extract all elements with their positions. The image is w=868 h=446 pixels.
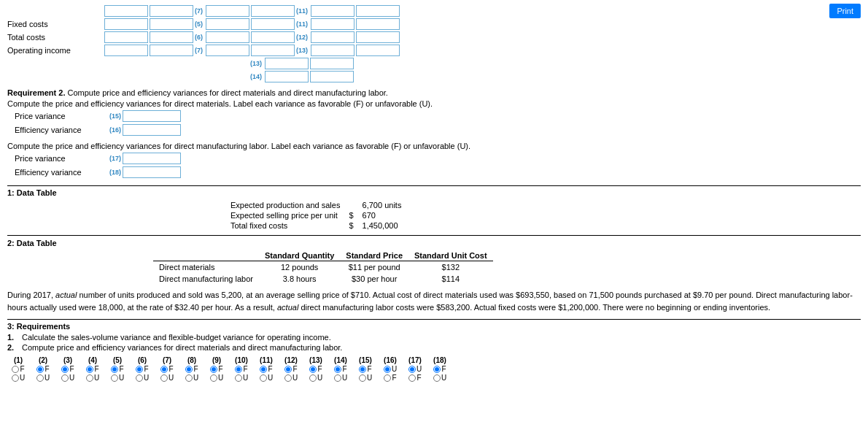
radio-18-u-input[interactable]	[433, 374, 441, 382]
radio-5-u-input[interactable]	[111, 374, 118, 382]
radio-4-f[interactable]: F	[86, 365, 98, 373]
radio-17-f[interactable]: F	[408, 374, 421, 382]
radio-10-f-input[interactable]	[235, 366, 242, 373]
radio-15-u-input[interactable]	[359, 374, 366, 382]
radio-16-f-input[interactable]	[384, 374, 391, 382]
dml-efficiency-variance-input[interactable]	[123, 166, 181, 178]
radio-13-f[interactable]: F	[309, 365, 322, 373]
radio-3-f-input[interactable]	[61, 366, 69, 373]
radio-6-u[interactable]: U	[136, 374, 149, 382]
radio-7-u[interactable]: U	[160, 374, 174, 382]
radio-17-u[interactable]: U	[408, 365, 422, 373]
input-oi-2[interactable]	[150, 45, 193, 56]
radio-6-f[interactable]: F	[136, 365, 148, 373]
input-dml-3[interactable]	[206, 5, 249, 17]
radio-7-u-input[interactable]	[160, 374, 168, 382]
radio-9-f-input[interactable]	[210, 366, 217, 373]
print-button[interactable]: Print	[829, 4, 861, 18]
input-tc-2[interactable]	[150, 31, 193, 43]
radio-4-f-input[interactable]	[86, 366, 93, 373]
radio-5-f-input[interactable]	[111, 366, 118, 373]
radio-3-u[interactable]: U	[61, 374, 74, 382]
radio-1-f[interactable]: F	[12, 365, 24, 373]
input-oi-4[interactable]	[251, 45, 295, 56]
radio-11-u-input[interactable]	[260, 374, 267, 382]
radio-15-u[interactable]: U	[359, 374, 372, 382]
radio-2-f-input[interactable]	[36, 366, 44, 373]
radio-15-f-input[interactable]	[359, 366, 366, 373]
radio-9-f[interactable]: F	[210, 365, 222, 373]
radio-17-f-input[interactable]	[408, 374, 416, 382]
input-fc-3[interactable]	[206, 18, 249, 30]
radio-1-f-input[interactable]	[12, 366, 19, 373]
input-oi-6[interactable]	[356, 45, 400, 56]
radio-10-u-input[interactable]	[235, 374, 242, 382]
radio-17-u-input[interactable]	[408, 366, 416, 373]
radio-9-u-input[interactable]	[210, 374, 217, 382]
radio-4-u[interactable]: U	[86, 374, 99, 382]
radio-1-u-input[interactable]	[12, 374, 19, 382]
radio-15-f[interactable]: F	[359, 365, 371, 373]
radio-12-f-input[interactable]	[284, 366, 292, 373]
input-extra-1[interactable]	[265, 58, 309, 69]
radio-12-u[interactable]: U	[284, 374, 298, 382]
radio-2-f[interactable]: F	[36, 365, 49, 373]
radio-2-u-input[interactable]	[36, 374, 44, 382]
radio-1-u[interactable]: U	[12, 374, 25, 382]
radio-18-u[interactable]: U	[433, 374, 446, 382]
input-tc-5[interactable]	[311, 31, 354, 43]
radio-5-f[interactable]: F	[111, 365, 123, 373]
radio-12-u-input[interactable]	[284, 374, 292, 382]
input-oi-1[interactable]	[104, 45, 148, 56]
dml-price-variance-input[interactable]	[123, 153, 181, 164]
radio-6-u-input[interactable]	[136, 374, 143, 382]
input-fc-2[interactable]	[150, 18, 193, 30]
input-dml-5[interactable]	[311, 5, 354, 17]
radio-2-u[interactable]: U	[36, 374, 50, 382]
radio-6-f-input[interactable]	[136, 366, 143, 373]
input-extra-3[interactable]	[265, 71, 309, 82]
radio-3-f[interactable]: F	[61, 365, 74, 373]
input-extra-4[interactable]	[310, 71, 354, 82]
radio-16-f[interactable]: F	[384, 374, 396, 382]
input-tc-1[interactable]	[104, 31, 148, 43]
input-fc-4[interactable]	[251, 18, 295, 30]
radio-7-f[interactable]: F	[160, 365, 173, 373]
input-dml-4[interactable]	[251, 5, 295, 17]
radio-11-f-input[interactable]	[260, 366, 267, 373]
input-tc-6[interactable]	[356, 31, 400, 43]
radio-14-u[interactable]: U	[334, 374, 347, 382]
radio-7-f-input[interactable]	[160, 366, 168, 373]
radio-13-f-input[interactable]	[309, 366, 317, 373]
radio-3-u-input[interactable]	[61, 374, 69, 382]
radio-13-u[interactable]: U	[309, 374, 322, 382]
input-dml-2[interactable]	[150, 5, 193, 17]
input-extra-2[interactable]	[310, 58, 354, 69]
input-fc-6[interactable]	[356, 18, 400, 30]
radio-13-u-input[interactable]	[309, 374, 317, 382]
input-dml-6[interactable]	[356, 5, 400, 17]
input-dml-1[interactable]	[104, 5, 148, 17]
radio-12-f[interactable]: F	[284, 365, 297, 373]
radio-11-f[interactable]: F	[260, 365, 272, 373]
radio-14-f[interactable]: F	[334, 365, 346, 373]
input-tc-4[interactable]	[251, 31, 295, 43]
radio-9-u[interactable]: U	[210, 374, 223, 382]
radio-18-f[interactable]: F	[433, 365, 446, 373]
radio-8-f[interactable]: F	[185, 365, 198, 373]
radio-14-u-input[interactable]	[334, 374, 341, 382]
radio-4-u-input[interactable]	[86, 374, 93, 382]
radio-14-f-input[interactable]	[334, 366, 341, 373]
input-oi-3[interactable]	[206, 45, 249, 56]
radio-16-u-input[interactable]	[384, 366, 391, 373]
input-tc-3[interactable]	[206, 31, 249, 43]
dm-efficiency-variance-input[interactable]	[123, 124, 181, 136]
radio-16-u[interactable]: U	[384, 365, 397, 373]
radio-8-u[interactable]: U	[185, 374, 198, 382]
radio-8-f-input[interactable]	[185, 366, 193, 373]
radio-8-u-input[interactable]	[185, 374, 193, 382]
input-fc-1[interactable]	[104, 18, 148, 30]
radio-18-f-input[interactable]	[433, 366, 441, 373]
input-fc-5[interactable]	[311, 18, 354, 30]
radio-5-u[interactable]: U	[111, 374, 124, 382]
